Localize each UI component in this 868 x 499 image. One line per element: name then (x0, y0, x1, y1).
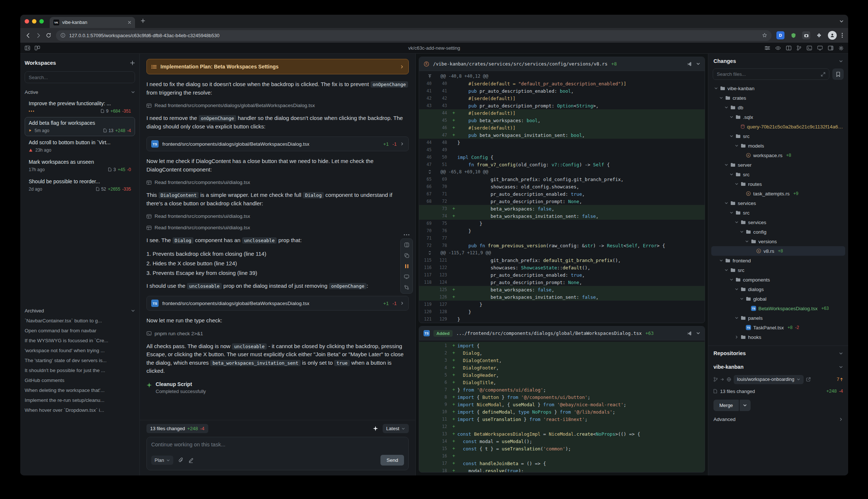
split-columns-icon[interactable] (786, 46, 791, 50)
extension-shield-icon[interactable] (789, 31, 797, 39)
address-bar[interactable]: 127.0.0.1:57095/workspaces/c63c9fd6-dfb8… (56, 30, 772, 41)
monitor-icon[interactable] (817, 46, 823, 50)
workspace-item[interactable]: Add beta flag for workspaces5m ago13+248… (25, 117, 135, 136)
diff-content[interactable]: @@ -40,8 +40,12 @@4040 #[serde(default =… (419, 71, 705, 323)
tree-folder-row[interactable]: global (711, 294, 845, 304)
mode-selector[interactable]: Plan (151, 456, 173, 465)
tree-folder-row[interactable]: hooks (711, 332, 845, 342)
tool-call-row[interactable]: pnpm run check 2>&1 (146, 331, 409, 336)
diff-line[interactable]: 74+ beta_workspaces_invitation_sent: fal… (419, 212, 705, 220)
diff-line[interactable]: 4448} (419, 139, 705, 146)
archived-item[interactable]: If the WYSIWYG is focussed in `Cre... (25, 336, 135, 346)
reload-button[interactable] (46, 33, 51, 38)
diff-line[interactable]: 4751 fn from_v7_config(old_config: v7::C… (419, 161, 705, 168)
tree-folder-row[interactable]: versions (711, 237, 845, 246)
diff-line[interactable]: 17+ const handleJoinBeta = () => { (419, 460, 705, 467)
site-info-icon[interactable] (60, 33, 65, 38)
edited-file-card[interactable]: TSfrontend/src/components/dialogs/global… (146, 296, 409, 311)
diff-line[interactable]: 7278 pub fn from_previous_version(raw_co… (419, 242, 705, 249)
collapse-pane-icon[interactable] (696, 62, 700, 66)
diff-line[interactable]: 4+ DialogFooter, (419, 364, 705, 371)
tree-folder-row[interactable]: services (711, 198, 845, 208)
more-options-icon[interactable] (403, 233, 410, 236)
tool-call-row[interactable]: Read frontend/src/components/dialogs/glo… (146, 103, 409, 108)
board-view-icon[interactable] (35, 46, 40, 50)
tree-folder-row[interactable]: routes (711, 179, 845, 189)
diff-hunk-row[interactable]: @@ -40,8 +40,12 @@ (419, 72, 705, 80)
extension-d-icon[interactable]: D (776, 31, 784, 39)
diff-line[interactable]: 13+const BetaWorkspacesDialogImpl = Nice… (419, 430, 705, 438)
tree-folder-row[interactable]: services (711, 217, 845, 227)
diff-line[interactable]: 45+ pub beta_workspaces: bool, (419, 117, 705, 124)
merge-button[interactable]: Merge (713, 400, 739, 411)
back-button[interactable] (25, 33, 31, 38)
tree-folder-row[interactable]: frontend (711, 256, 845, 265)
tree-folder-row[interactable]: src (711, 131, 845, 141)
tree-folder-row[interactable]: crates (711, 93, 845, 103)
diff-line[interactable]: 1+import { (419, 342, 705, 349)
tree-folder-row[interactable]: src (711, 208, 845, 217)
open-in-editor-icon[interactable] (687, 331, 692, 336)
maximize-window-button[interactable] (39, 19, 44, 24)
tab-search-button[interactable] (839, 19, 844, 24)
diff-line[interactable]: 6872 pr_auto_description_prompt: None, (419, 198, 705, 205)
advanced-row[interactable]: Advanced (708, 413, 848, 426)
repository-item[interactable]: vibe-kanban (708, 361, 848, 373)
diff-hunk-row[interactable]: @@ -65,8 +69,10 @@ (419, 168, 705, 176)
tree-folder-row[interactable]: config (711, 227, 845, 237)
forward-button[interactable] (36, 33, 41, 38)
tree-file-row[interactable]: Rworkspace.rs+8 (711, 151, 845, 160)
merge-options-button[interactable] (740, 400, 751, 411)
tree-folder-row[interactable]: vibe-kanban (711, 84, 845, 93)
edit-pen-icon[interactable] (188, 458, 194, 463)
tree-folder-row[interactable]: server (711, 160, 845, 170)
archived-item[interactable]: It shouldn't be possible for just the ..… (25, 365, 135, 375)
diff-line[interactable]: 73+ beta_workspaces: false, (419, 205, 705, 212)
edited-file-card[interactable]: TSfrontend/src/components/dialogs/global… (146, 137, 409, 151)
diff-line[interactable]: 2+ Dialog, (419, 349, 705, 357)
active-section-header[interactable]: Active (25, 87, 135, 97)
diff-line[interactable]: 7+} from '@/components/ui/dialog'; (419, 386, 705, 393)
git-branch-icon[interactable] (797, 45, 801, 51)
bookmark-star-icon[interactable] (762, 33, 767, 38)
diff-line[interactable]: 120128 } (419, 308, 705, 315)
diff-line[interactable]: 118124 pr_auto_description_prompt: None, (419, 279, 705, 286)
message-input[interactable]: Continue working on this task... Plan Se… (146, 437, 409, 470)
monitor-icon[interactable] (402, 272, 411, 282)
tree-file-row[interactable]: Rv8.rs+8 (711, 246, 845, 256)
diff-line[interactable]: 6670 showcases: old_config.showcases, (419, 183, 705, 190)
archived-item[interactable]: `NavbarContainer.tsx` button to g... (25, 316, 135, 326)
repositories-header[interactable]: Repositories (708, 346, 848, 361)
send-button[interactable]: Send (380, 455, 404, 466)
extension-camera-icon[interactable] (802, 31, 810, 39)
archived-item[interactable]: Open command bar from navbar (25, 326, 135, 336)
diff-line[interactable]: 126+ beta_workspaces_invitation_sent: fa… (419, 293, 705, 301)
tree-folder-row[interactable]: src (711, 265, 845, 275)
tree-folder-row[interactable]: panels (711, 313, 845, 323)
archived-item[interactable]: The 'starting' state of dev servers is..… (25, 355, 135, 365)
archived-section-header[interactable]: Archived (25, 305, 135, 316)
tree-folder-row[interactable]: models (711, 141, 845, 151)
diff-line[interactable]: 4343 pub pr_auto_description_prompt: Opt… (419, 102, 705, 109)
diff-line[interactable]: 10+import { defineModal, type NoProps } … (419, 408, 705, 415)
diff-line[interactable]: 9+import NiceModal, { useModal } from '@… (419, 401, 705, 408)
version-selector[interactable]: Latest (383, 424, 409, 433)
browser-menu-icon[interactable] (842, 33, 843, 38)
terminal-icon[interactable] (807, 46, 812, 50)
tree-folder-row[interactable]: db (711, 103, 845, 112)
tree-file-row[interactable]: TSBetaWorkspacesDialog.tsx+63 (711, 304, 845, 313)
tree-file-row[interactable]: query-70b21c5c0a2ba5c21c9c1132f14a68... (711, 122, 845, 131)
diff-pane-header[interactable]: R /vibe-kanban/crates/services/src/servi… (419, 57, 705, 71)
tab-close-icon[interactable] (128, 21, 131, 24)
diff-pane-header[interactable]: TS Added .../frontend/src/components/dia… (419, 326, 705, 340)
tree-folder-row[interactable]: src (711, 170, 845, 179)
expand-search-icon[interactable] (821, 72, 825, 77)
external-link-icon[interactable] (806, 377, 811, 382)
diff-line[interactable]: 3+ DialogContent, (419, 357, 705, 364)
close-window-button[interactable] (25, 19, 29, 24)
diff-line[interactable]: 115121 git_branch_prefix: default_git_br… (419, 256, 705, 264)
diff-line[interactable]: 18+ modal.resolve(true); (419, 467, 705, 472)
files-changed-chip[interactable]: 13 files changed +248 -4 (146, 424, 208, 433)
pause-icon[interactable] (402, 261, 411, 271)
branch-selector[interactable]: louis/workspace-onboarding (734, 375, 804, 384)
